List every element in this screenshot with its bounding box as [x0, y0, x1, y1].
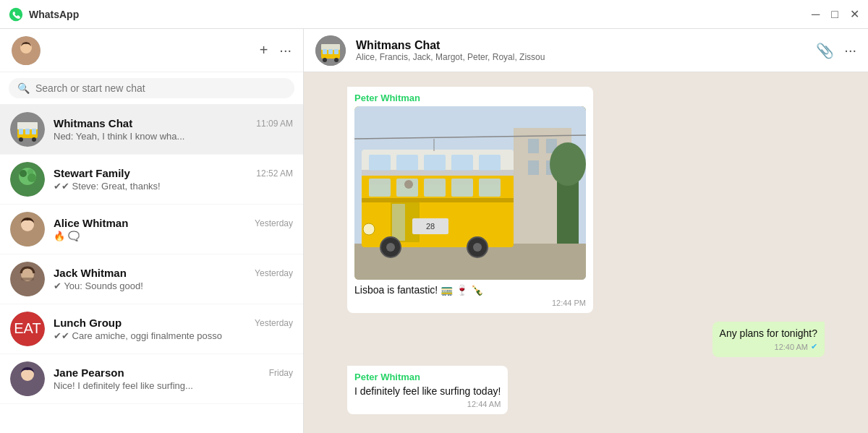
chat-item-alice[interactable]: Alice Whitman Yesterday 🔥 🗨️ [0, 205, 303, 254]
svg-point-37 [334, 58, 339, 62]
svg-rect-60 [479, 179, 501, 197]
svg-point-45 [550, 142, 586, 186]
sidebar-header: + ··· [0, 29, 303, 72]
chat-list: Whitmans Chat 11:09 AM Ned: Yeah, I thin… [0, 105, 303, 433]
titlebar-controls: ─ □ ✕ [812, 9, 859, 20]
chat-info-lunch: Lunch Group Yesterday ✔✔ Care amiche, og… [54, 317, 293, 341]
chat-header-members: Alice, Francis, Jack, Margot, Peter, Roy… [356, 52, 806, 62]
close-button[interactable]: ✕ [850, 9, 859, 20]
chat-item-jack[interactable]: Jack Whitman Yesterday ✔ You: Sounds goo… [0, 254, 303, 304]
message-time: 12:44 PM [552, 299, 586, 307]
chat-item-jane[interactable]: Jane Pearson Friday Nice! I definitely f… [0, 354, 303, 404]
svg-point-11 [19, 137, 23, 142]
chat-preview: ✔✔ Care amiche, oggi finalmente posso [54, 330, 293, 341]
maximize-button[interactable]: □ [831, 9, 838, 20]
svg-rect-32 [321, 44, 340, 50]
chat-time: Friday [269, 368, 293, 378]
new-chat-button[interactable]: + [260, 42, 268, 59]
message-tick: ✔ [811, 342, 817, 351]
svg-point-0 [9, 7, 22, 20]
whatsapp-logo-icon [9, 7, 23, 22]
svg-rect-52 [396, 155, 418, 171]
svg-text:EAT: EAT [14, 320, 41, 336]
svg-rect-56 [369, 179, 391, 197]
message-meta: 12:44 PM [354, 299, 586, 307]
message-meta: 12:40 AM ✔ [720, 342, 817, 351]
message-text: I definitely feel like surfing today! [354, 385, 501, 397]
chat-item-whitmans[interactable]: Whitmans Chat 11:09 AM Ned: Yeah, I thin… [0, 105, 303, 155]
sender-name: Peter Whitman [354, 372, 501, 382]
svg-rect-54 [451, 155, 473, 171]
svg-point-72 [404, 180, 413, 189]
chat-info-jane: Jane Pearson Friday Nice! I definitely f… [54, 366, 293, 391]
chat-name: Lunch Group [54, 317, 122, 329]
main-area: + ··· 🔍 Whitmans Chat 11:09 AM Ned: Yeah… [0, 29, 868, 433]
svg-point-69 [473, 243, 482, 252]
chat-info-stewart: Stewart Family 12:52 AM ✔✔ Steve: Great,… [54, 167, 293, 192]
user-avatar[interactable] [12, 36, 41, 65]
svg-text:28: 28 [426, 222, 435, 231]
chat-name-row: Alice Whitman Yesterday [54, 217, 293, 229]
search-wrap: 🔍 [9, 78, 294, 98]
chat-name-row: Lunch Group Yesterday [54, 317, 293, 329]
chat-name-row: Jane Pearson Friday [54, 366, 293, 379]
chat-header: Whitmans Chat Alice, Francis, Jack, Marg… [304, 29, 868, 72]
message-text: Any plans for tonight? [720, 327, 817, 339]
svg-rect-7 [17, 122, 38, 129]
chat-avatar [315, 35, 346, 66]
chat-item-stewart[interactable]: Stewart Family 12:52 AM ✔✔ Steve: Great,… [0, 155, 303, 205]
svg-rect-9 [25, 129, 30, 134]
chat-name-row: Stewart Family 12:52 AM [54, 167, 293, 179]
svg-point-15 [20, 170, 27, 177]
chat-time: 12:52 AM [256, 168, 293, 179]
svg-rect-10 [32, 129, 36, 134]
svg-rect-51 [369, 155, 391, 171]
message-bubble-msg1: Peter Whitman [347, 87, 593, 313]
chat-item-lunch[interactable]: EAT Lunch Group Yesterday ✔✔ Care amiche… [0, 304, 303, 354]
chat-name-row: Whitmans Chat 11:09 AM [54, 117, 293, 129]
sender-name: Peter Whitman [354, 93, 586, 103]
titlebar: WhatsApp ─ □ ✕ [0, 0, 868, 29]
message-time: 12:44 AM [467, 400, 501, 408]
chat-menu-button[interactable]: ··· [844, 42, 856, 59]
svg-rect-53 [424, 155, 446, 171]
chat-name: Jack Whitman [54, 267, 127, 279]
svg-point-67 [386, 243, 395, 252]
message-bubble-msg3: Peter Whitman I definitely feel like sur… [347, 366, 508, 414]
svg-rect-35 [334, 49, 339, 54]
chat-preview: ✔ You: Sounds good! [54, 280, 293, 291]
svg-rect-40 [528, 139, 539, 153]
chat-avatar-alice [10, 212, 45, 246]
chat-preview: Nice! I definitely feel like surfing... [54, 380, 293, 391]
message-image: 28 [354, 106, 586, 280]
message-bubble-msg2: Any plans for tonight? 12:40 AM ✔ [712, 322, 825, 357]
sidebar: + ··· 🔍 Whitmans Chat 11:09 AM Ned: Yeah… [0, 29, 304, 433]
message-wrap-msg1: Peter Whitman [347, 87, 825, 313]
chat-time: Yesterday [255, 268, 293, 278]
svg-rect-33 [323, 49, 327, 54]
chat-info-alice: Alice Whitman Yesterday 🔥 🗨️ [54, 217, 293, 241]
svg-point-29 [17, 382, 38, 396]
chat-name: Stewart Family [54, 167, 130, 179]
svg-point-20 [17, 232, 38, 246]
chat-info-whitmans: Whitmans Chat 11:09 AM Ned: Yeah, I thin… [54, 117, 293, 142]
svg-rect-42 [528, 160, 539, 175]
message-wrap-msg3: Peter Whitman I definitely feel like sur… [347, 366, 825, 414]
svg-rect-34 [328, 49, 333, 54]
chat-avatar-whitmans [10, 112, 45, 147]
search-input[interactable] [35, 82, 286, 94]
minimize-button[interactable]: ─ [812, 9, 820, 20]
chat-avatar-jack [10, 262, 45, 296]
app-title: WhatsApp [29, 9, 79, 20]
chat-header-info: Whitmans Chat Alice, Francis, Jack, Marg… [356, 39, 806, 62]
attach-button[interactable]: 📎 [816, 42, 834, 59]
sidebar-menu-button[interactable]: ··· [279, 42, 292, 59]
chat-info-jack: Jack Whitman Yesterday ✔ You: Sounds goo… [54, 267, 293, 291]
message-time: 12:40 AM [775, 343, 808, 351]
chat-name: Jane Pearson [54, 366, 124, 379]
svg-rect-49 [362, 170, 514, 176]
search-icon: 🔍 [17, 82, 30, 94]
chat-time: Yesterday [255, 318, 293, 328]
svg-point-17 [27, 173, 36, 182]
chat-panel: Whitmans Chat Alice, Francis, Jack, Marg… [304, 29, 868, 433]
